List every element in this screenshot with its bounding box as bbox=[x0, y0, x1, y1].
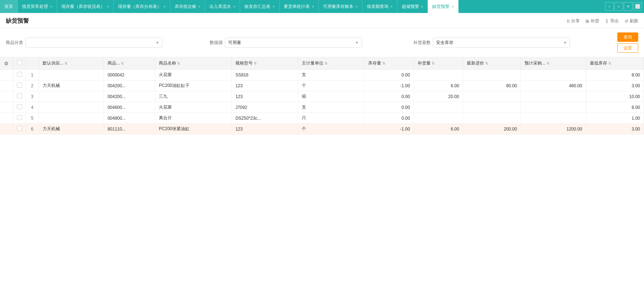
row-stock-qty: 0.00 bbox=[365, 102, 414, 113]
row-checkbox-cell[interactable] bbox=[13, 70, 26, 80]
sort-unit-icon[interactable]: ⇅ bbox=[325, 61, 327, 65]
sort-replenish-qty-icon[interactable]: ⇅ bbox=[432, 61, 435, 65]
close-tab-icon[interactable]: × bbox=[273, 5, 275, 9]
col-header-num bbox=[26, 57, 39, 70]
row-latest-price: 200.00 bbox=[463, 124, 521, 134]
col-header-spec[interactable]: 规格型号 ⇅ bbox=[232, 57, 298, 70]
row-latest-price: 80.00 bbox=[463, 80, 521, 91]
col-header-product-code[interactable]: 商品... ⇅ bbox=[104, 57, 155, 70]
row-checkbox[interactable] bbox=[17, 104, 22, 109]
row-unit: 个 bbox=[298, 80, 364, 91]
settings-button[interactable]: 设置 bbox=[617, 43, 638, 53]
row-checkbox-cell[interactable] bbox=[13, 124, 26, 134]
replenish-base-label: 补货基数 bbox=[413, 40, 431, 46]
nav-tab-inout-flow[interactable]: 出入库流水× bbox=[205, 0, 240, 13]
sort-est-purchase-icon[interactable]: ⇅ bbox=[547, 61, 549, 65]
table-row: 1 0000042 火花塞 SS816 支 0.00 8.00 bbox=[0, 70, 644, 80]
query-button[interactable]: 查询 bbox=[617, 32, 638, 42]
close-tab-icon[interactable]: × bbox=[199, 5, 201, 9]
sort-product-code-icon[interactable]: ⇅ bbox=[121, 61, 124, 65]
col-header-product-name[interactable]: 商品名称 ⇅ bbox=[155, 57, 232, 70]
row-min-stock: 3.00 bbox=[586, 80, 644, 91]
close-tab-icon[interactable]: × bbox=[233, 5, 235, 9]
row-checkbox-cell[interactable] bbox=[13, 91, 26, 102]
gear-icon[interactable]: ⚙ bbox=[4, 61, 9, 66]
col-header-min-stock[interactable]: 最低库存 ⇅ bbox=[586, 57, 644, 70]
replenish-base-select-value: 安全库存 bbox=[436, 40, 453, 46]
close-tab-icon[interactable]: × bbox=[421, 5, 423, 9]
table-row: 5 004800... 离合片 DS250*23c... 只 0.00 1.00 bbox=[0, 113, 644, 124]
close-tab-icon[interactable]: × bbox=[164, 5, 166, 9]
row-checkbox[interactable] bbox=[17, 126, 22, 131]
sort-stock-qty-icon[interactable]: ⇅ bbox=[382, 61, 385, 65]
close-tab-icon[interactable]: × bbox=[452, 5, 454, 9]
row-checkbox-cell[interactable] bbox=[13, 102, 26, 113]
nav-tab-receive-summary[interactable]: 收发存汇总表× bbox=[240, 0, 279, 13]
nav-tab-batch-account[interactable]: 库存批次账× bbox=[170, 0, 205, 13]
datasource-select[interactable]: 可用量 ▼ bbox=[225, 37, 362, 48]
nav-tab-expiry[interactable]: 保质期查询× bbox=[362, 0, 397, 13]
replenish-base-filter-group: 补货基数 安全库存 ▼ bbox=[413, 37, 612, 48]
sort-min-stock-icon[interactable]: ⇅ bbox=[608, 61, 611, 65]
refresh-icon: ↺ bbox=[625, 19, 628, 24]
close-tab-icon[interactable]: × bbox=[356, 5, 358, 9]
col-header-supplier[interactable]: 默认供应... ⇅ bbox=[39, 57, 104, 70]
row-product-code: 004200... bbox=[104, 80, 155, 91]
nav-tab-inventory-dist[interactable]: 现存量（库存分布表）× bbox=[114, 0, 170, 13]
nav-next-button[interactable]: › bbox=[614, 2, 623, 11]
close-tab-icon[interactable]: × bbox=[391, 5, 393, 9]
row-product-code: 004600... bbox=[104, 102, 155, 113]
replenish-base-select[interactable]: 安全库存 ▼ bbox=[433, 37, 570, 48]
sort-product-name-icon[interactable]: ⇅ bbox=[177, 61, 180, 65]
nav-tab-demand-stat[interactable]: 要货单统计表× bbox=[279, 0, 319, 13]
header-actions: ⎘ 分享 ⊞ 补货 ↧ 导出 ↺ 刷新 bbox=[567, 18, 638, 24]
nav-tab-available-ledger[interactable]: 可用量库存账本× bbox=[319, 0, 362, 13]
row-checkbox[interactable] bbox=[17, 83, 22, 88]
table-row: 3 004200... 三九 123 箱 0.00 20.00 10.00 bbox=[0, 91, 644, 102]
close-tab-icon[interactable]: × bbox=[312, 5, 314, 9]
row-stock-qty: -1.00 bbox=[365, 124, 414, 134]
row-actions-cell bbox=[0, 124, 13, 134]
col-header-est-purchase[interactable]: 预计采购... ⇅ bbox=[521, 57, 586, 70]
row-checkbox[interactable] bbox=[17, 72, 22, 77]
col-header-settings[interactable]: ⚙ bbox=[0, 57, 13, 70]
nav-tab-inventory-status[interactable]: 现存量（库存状况表）× bbox=[57, 0, 114, 13]
table-row: 4 004600... 火花塞 J7092 支 0.00 8.00 bbox=[0, 102, 644, 113]
table-header-row: ⚙ 默认供应... ⇅ 商品... bbox=[0, 57, 644, 70]
header-checkbox[interactable] bbox=[17, 60, 22, 65]
row-stock-qty: 0.00 bbox=[365, 113, 414, 124]
col-header-replenish-qty[interactable]: 补货量 ⇅ bbox=[414, 57, 463, 70]
sort-spec-icon[interactable]: ⇅ bbox=[254, 61, 257, 65]
nav-close-all-button[interactable]: × bbox=[624, 2, 632, 11]
sort-latest-price-icon[interactable]: ⇅ bbox=[485, 61, 488, 65]
export-button[interactable]: ↧ 导出 bbox=[605, 18, 619, 24]
nav-tab-shortage[interactable]: 缺货预警× bbox=[428, 0, 458, 13]
col-header-checkbox[interactable] bbox=[13, 57, 26, 70]
row-latest-price bbox=[463, 91, 521, 102]
table-container: ⚙ 默认供应... ⇅ 商品... bbox=[0, 57, 644, 134]
row-unit: 只 bbox=[298, 113, 364, 124]
nav-prev-button[interactable]: ‹ bbox=[605, 2, 614, 11]
row-checkbox[interactable] bbox=[17, 115, 22, 120]
close-tab-icon[interactable]: × bbox=[50, 5, 52, 9]
nav-tab-home[interactable]: 首页 bbox=[0, 0, 18, 13]
row-product-name: PC200张紧油缸 bbox=[155, 124, 232, 134]
row-spec: 123 bbox=[232, 124, 298, 134]
close-tab-icon[interactable]: × bbox=[107, 5, 109, 9]
replenish-button[interactable]: ⊞ 补货 bbox=[586, 18, 599, 24]
col-header-stock-qty[interactable]: 库存量 ⇅ bbox=[365, 57, 414, 70]
row-checkbox[interactable] bbox=[17, 93, 22, 98]
row-checkbox-cell[interactable] bbox=[13, 80, 26, 91]
row-replenish-qty: 20.00 bbox=[414, 91, 463, 102]
row-checkbox-cell[interactable] bbox=[13, 113, 26, 124]
nav-tab-exception[interactable]: 拣货异常处理× bbox=[18, 0, 57, 13]
row-number: 3 bbox=[26, 91, 39, 102]
refresh-button[interactable]: ↺ 刷新 bbox=[625, 18, 638, 24]
sort-supplier-icon[interactable]: ⇅ bbox=[65, 61, 68, 65]
nav-tab-overstock[interactable]: 超储预警× bbox=[397, 0, 428, 13]
col-header-unit[interactable]: 主计量单位 ⇅ bbox=[298, 57, 364, 70]
share-button[interactable]: ⎘ 分享 bbox=[567, 18, 580, 24]
nav-restore-button[interactable]: ⬜ bbox=[633, 2, 642, 11]
col-header-latest-price[interactable]: 最新进价 ⇅ bbox=[463, 57, 521, 70]
category-select[interactable]: ▼ bbox=[25, 37, 162, 48]
